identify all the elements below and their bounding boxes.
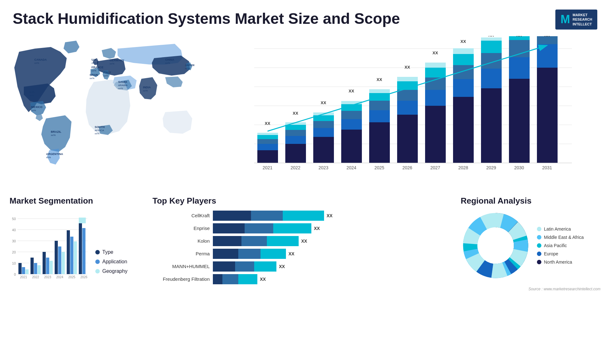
player-name: Perma <box>152 251 210 256</box>
svg-text:xx%: xx% <box>31 109 36 112</box>
players-list: CellKraft XX Enprise <box>152 211 451 284</box>
bar-seg1 <box>213 211 251 221</box>
svg-rect-109 <box>537 68 558 163</box>
player-bar <box>213 249 286 259</box>
svg-text:XX: XX <box>460 39 466 44</box>
svg-rect-77 <box>397 90 418 101</box>
svg-rect-75 <box>397 115 418 163</box>
logo-text: MARKET RESEARCH INTELLECT <box>573 13 592 26</box>
svg-rect-92 <box>453 54 474 65</box>
svg-text:XX: XX <box>293 111 298 116</box>
svg-rect-43 <box>257 135 278 139</box>
segmentation-legend: Type Application Geography <box>95 249 127 284</box>
player-name: Kolon <box>152 238 210 244</box>
svg-rect-135 <box>37 265 41 274</box>
svg-rect-138 <box>46 258 49 274</box>
svg-rect-54 <box>313 137 334 163</box>
svg-rect-98 <box>481 53 502 69</box>
svg-text:2022: 2022 <box>32 275 39 279</box>
svg-text:SPAIN: SPAIN <box>90 73 98 77</box>
svg-text:2026: 2026 <box>402 165 412 170</box>
svg-rect-142 <box>58 246 61 274</box>
regional-legend: Latin America Middle East & Africa Asia … <box>537 226 584 265</box>
segmentation-title: Market Segmentation <box>10 196 143 206</box>
bar-seg2 <box>235 261 254 272</box>
svg-text:GERMANY: GERMANY <box>110 59 124 62</box>
svg-text:2031: 2031 <box>542 165 552 170</box>
svg-rect-41 <box>257 144 278 150</box>
svg-text:2025: 2025 <box>374 165 384 170</box>
bar-seg2 <box>251 211 283 221</box>
svg-point-158 <box>478 228 513 263</box>
regional-title: Regional Analysis <box>461 196 600 206</box>
svg-rect-143 <box>62 252 65 274</box>
svg-text:xx%: xx% <box>46 156 51 159</box>
player-name: MANN+HUMMEL <box>152 264 210 269</box>
svg-text:XX: XX <box>404 65 410 70</box>
svg-text:0: 0 <box>14 273 16 276</box>
svg-rect-85 <box>425 68 446 78</box>
svg-text:20: 20 <box>12 250 16 254</box>
player-bar-container: XX <box>213 223 451 233</box>
bar-seg3 <box>261 249 286 259</box>
bar-seg1 <box>213 236 241 246</box>
svg-rect-147 <box>74 241 77 274</box>
svg-rect-90 <box>453 79 474 97</box>
svg-rect-151 <box>79 218 86 223</box>
svg-rect-104 <box>509 57 530 79</box>
svg-rect-91 <box>453 65 474 79</box>
svg-rect-150 <box>82 228 85 274</box>
svg-text:MEXICO: MEXICO <box>31 105 43 109</box>
svg-rect-47 <box>285 144 306 163</box>
svg-text:xx%: xx% <box>103 74 108 77</box>
legend-latin-america: Latin America <box>537 226 584 232</box>
player-mannhummel: MANN+HUMMEL XX <box>152 261 451 272</box>
bar-seg2 <box>222 274 238 284</box>
svg-rect-145 <box>67 230 70 274</box>
player-bar-container: XX <box>213 236 451 246</box>
regional-section: Regional Analysis <box>461 196 600 291</box>
page-title: Stack Humidification Systems Market Size… <box>13 10 400 28</box>
bar-seg3 <box>254 261 276 272</box>
legend-geography: Geography <box>95 268 127 274</box>
svg-text:2023: 2023 <box>318 165 328 170</box>
player-enprise: Enprise XX <box>152 223 451 233</box>
svg-text:30: 30 <box>12 239 16 243</box>
svg-text:2027: 2027 <box>430 165 440 170</box>
svg-text:2024: 2024 <box>346 165 356 170</box>
legend-application-dot <box>95 260 100 264</box>
svg-text:XX: XX <box>349 89 354 93</box>
svg-rect-86 <box>425 63 446 68</box>
svg-text:50: 50 <box>12 217 16 221</box>
svg-text:XX: XX <box>321 100 326 105</box>
svg-rect-70 <box>369 101 390 110</box>
legend-dot <box>537 243 541 248</box>
svg-text:ARABIA: ARABIA <box>118 84 128 87</box>
svg-text:SOUTH: SOUTH <box>95 125 105 129</box>
legend-dot <box>537 260 541 264</box>
svg-text:xx%: xx% <box>51 134 56 137</box>
svg-text:XX: XX <box>376 77 382 82</box>
svg-rect-76 <box>397 101 418 115</box>
header: Stack Humidification Systems Market Size… <box>0 0 610 33</box>
svg-rect-139 <box>50 261 53 274</box>
svg-text:INDIA: INDIA <box>143 86 151 89</box>
svg-rect-99 <box>481 41 502 53</box>
legend-type: Type <box>95 249 127 255</box>
bar-seg2 <box>245 223 273 233</box>
legend-application: Application <box>95 259 127 265</box>
world-map: CANADA xx% U.S. xx% MEXICO xx% BRAZIL xx… <box>10 33 207 190</box>
player-kolon: Kolon XX <box>152 236 451 246</box>
svg-rect-131 <box>25 269 29 274</box>
svg-rect-62 <box>341 119 362 130</box>
svg-text:xx%: xx% <box>92 62 96 64</box>
svg-text:40: 40 <box>12 228 16 232</box>
svg-rect-105 <box>509 40 530 57</box>
player-bar-container: XX <box>213 249 451 259</box>
svg-rect-63 <box>341 111 362 119</box>
svg-rect-68 <box>369 122 390 163</box>
svg-rect-141 <box>55 241 58 274</box>
source-text: Source : www.marketresearchintellect.com <box>461 287 600 291</box>
legend-dot <box>537 235 541 239</box>
svg-text:xx%: xx% <box>90 77 94 80</box>
